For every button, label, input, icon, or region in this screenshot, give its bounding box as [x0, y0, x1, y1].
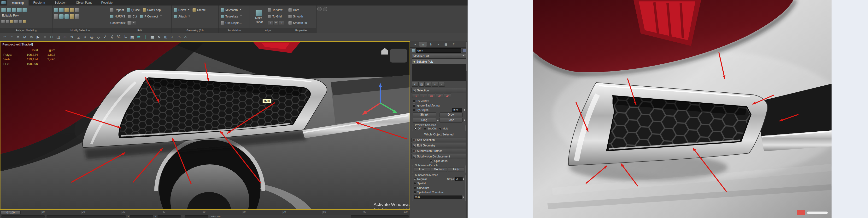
window-crossing-icon[interactable]: ◫ — [55, 34, 61, 40]
timeline[interactable]: 0102030405060708090100 0 / 100 — [0, 210, 410, 215]
visibility-bulb-icon[interactable] — [413, 61, 415, 63]
modify-tab-icon[interactable]: ∩ — [420, 42, 427, 47]
section-label-polygon-modeling[interactable]: Polygon Modeling — [0, 28, 52, 33]
smooth-edge-button[interactable]: Smooth — [288, 14, 304, 20]
select-by-name-icon[interactable]: ≡ — [42, 34, 48, 40]
curve-editor-icon[interactable]: ≈ — [156, 34, 162, 40]
ribbon-tab-populate[interactable]: Populate — [96, 0, 117, 5]
method-curvature-radio[interactable]: Curvature — [414, 186, 429, 189]
element-mode-icon[interactable] — [23, 8, 27, 12]
unlink-selection-icon[interactable]: ⊘ — [22, 34, 28, 40]
rectangular-selection-icon[interactable]: □ — [49, 34, 55, 40]
align-x-button[interactable]: X — [268, 21, 273, 25]
bind-to-space-warp-icon[interactable]: ≋ — [28, 34, 34, 40]
select-and-rotate-icon[interactable]: ↻ — [69, 34, 75, 40]
steps-spinner[interactable] — [463, 178, 464, 181]
section-label-edit[interactable]: Edit — [108, 28, 172, 33]
cut-button[interactable]: Cut — [127, 14, 138, 20]
loop-spinner[interactable] — [464, 119, 465, 122]
edge-spinner[interactable] — [463, 196, 464, 199]
step-loop-icon[interactable] — [64, 14, 69, 19]
border-mode-icon[interactable]: ▭ — [428, 94, 435, 98]
tessellate-button[interactable]: Tessellate — [220, 14, 243, 20]
rollout-soft-selection[interactable]: Soft Selection — [411, 138, 466, 142]
ribbon-minimize-button[interactable] — [317, 7, 321, 11]
modifier-list-dropdown[interactable]: Modifier List — [412, 54, 466, 59]
ribbon-tab-selection[interactable]: Selection — [50, 0, 71, 5]
select-and-link-icon[interactable]: ∞ — [15, 34, 21, 40]
rollout-subdivision-surface[interactable]: Subdivision Surface — [411, 149, 466, 153]
preset-low-button[interactable]: Low — [414, 167, 430, 172]
freeform-icon[interactable] — [23, 20, 26, 23]
fill-selection-icon[interactable] — [59, 14, 64, 19]
shrink-button[interactable]: Shrink — [413, 112, 436, 117]
create-tab-icon[interactable]: + — [412, 42, 419, 47]
display-tab-icon[interactable]: ▦ — [442, 42, 450, 47]
utilities-tab-icon[interactable]: # — [450, 42, 457, 47]
coordinate-y[interactable]: Y: — [155, 215, 181, 218]
nurms-button[interactable]: NURMS — [109, 14, 126, 20]
object-name-field[interactable] — [416, 48, 461, 52]
align-z-button[interactable]: Z — [279, 21, 284, 25]
object-color-swatch[interactable] — [462, 48, 466, 52]
perspective-viewport[interactable]: Perspective] [Shaded] Total gum Polys: 1… — [0, 41, 410, 210]
stack-item-editable-poly[interactable]: Editable Poly — [412, 59, 466, 64]
coordinate-z[interactable]: Z: — [183, 215, 208, 218]
preview-subobj-radio[interactable]: SubObj — [424, 127, 436, 130]
grow-selection-icon[interactable] — [54, 8, 58, 12]
section-label-align[interactable]: Align — [250, 28, 286, 33]
named-selection-sets-icon[interactable]: ▤ — [129, 34, 135, 40]
ribbon-tab-object-paint[interactable]: Object Paint — [71, 0, 96, 5]
time-slider[interactable]: 0 / 100 — [0, 211, 21, 214]
dot-loop-icon[interactable] — [70, 14, 74, 19]
by-angle-value[interactable]: 45.0 — [452, 108, 462, 112]
preview-subobj-icon[interactable] — [1, 20, 5, 23]
collapse-stack-icon[interactable] — [6, 20, 9, 23]
preview-off-radio[interactable]: Off — [414, 127, 421, 130]
to-view-button[interactable]: To View — [267, 7, 284, 13]
undo-icon[interactable]: ↶ — [1, 34, 8, 40]
relax-button[interactable]: Relax — [173, 7, 191, 13]
viewport-label[interactable]: Perspective] [Shaded] — [2, 43, 33, 46]
make-unique-icon[interactable]: ⊞ — [425, 82, 431, 86]
spinner-icon[interactable] — [464, 108, 465, 111]
loop-button[interactable]: Loop — [439, 118, 463, 122]
maxscript-mini-listener[interactable] — [1, 215, 44, 218]
render-setup-icon[interactable]: ♨ — [176, 34, 182, 40]
select-and-scale-icon[interactable]: ◱ — [75, 34, 82, 40]
generate-topology-icon[interactable] — [10, 20, 13, 23]
vertex-mode-icon[interactable] — [1, 8, 6, 12]
section-label-modify-selection[interactable]: Modify Selection — [53, 28, 108, 33]
preset-high-button[interactable]: High — [448, 167, 464, 172]
render-icon[interactable]: ♨ — [183, 34, 189, 40]
smooth-30-button[interactable]: Smooth 30 — [288, 20, 308, 26]
loop-selection-icon[interactable] — [64, 8, 69, 12]
method-spatial-curvature-radio[interactable]: Spatial and Curvature — [414, 191, 444, 193]
create-button[interactable]: Create — [192, 7, 207, 13]
preset-medium-button[interactable]: Medium — [431, 167, 447, 172]
use-pivot-center-icon[interactable]: ◎ — [89, 34, 95, 40]
ribbon-tab-modeling[interactable]: Modeling — [7, 0, 29, 5]
repeat-button[interactable]: Repeat — [109, 7, 125, 13]
symmetry-tools-icon[interactable] — [14, 20, 18, 23]
vertex-mode-icon[interactable]: ∷ — [412, 94, 420, 98]
percent-snap-icon[interactable]: % — [116, 34, 122, 40]
ignore-backfacing-checkbox[interactable]: Ignore Backfacing — [410, 103, 468, 108]
qslice-button[interactable]: QSlice — [126, 7, 141, 13]
motion-tab-icon[interactable]: ◔ — [435, 42, 442, 47]
preview-multi-radio[interactable]: Multi — [439, 127, 448, 130]
show-end-result-icon[interactable]: ◳ — [418, 82, 425, 86]
p-connect-button[interactable]: P Connect — [139, 14, 163, 20]
border-mode-icon[interactable] — [12, 8, 16, 12]
coordinate-x[interactable]: X: — [128, 215, 153, 218]
edge-mode-icon[interactable]: ∕ — [420, 94, 427, 98]
msmooth-button[interactable]: MSmooth — [220, 7, 243, 13]
ribbon-tab-freeform[interactable]: Freeform — [29, 0, 50, 5]
select-object-icon[interactable]: ▶ — [35, 34, 41, 40]
by-angle-checkbox[interactable]: By Angle: 45.0 — [410, 108, 468, 112]
hierarchy-tab-icon[interactable]: ⋔ — [427, 42, 434, 47]
ring-spinner[interactable] — [437, 119, 439, 122]
rollout-subdivision-displacement[interactable]: Subdivision Displacement — [411, 154, 466, 159]
ring-selection-icon[interactable] — [70, 8, 74, 12]
snaps-toggle-icon[interactable]: ∠ — [102, 34, 108, 40]
